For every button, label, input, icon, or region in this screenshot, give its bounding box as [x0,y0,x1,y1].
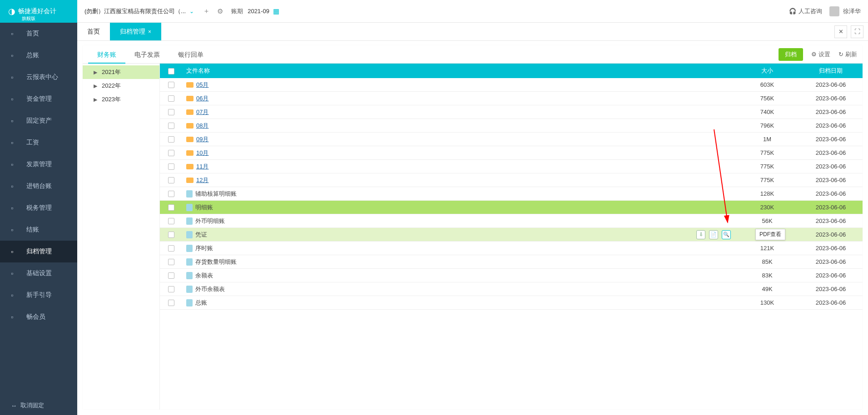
close-tab-button[interactable]: ✕ [834,25,847,38]
row-checkbox[interactable] [168,95,174,102]
close-icon: ▫ [11,226,20,233]
sidebar-item-13[interactable]: ▫畅会员 [0,306,77,328]
file-link[interactable]: 10月 [196,149,208,157]
username: 徐泽华 [843,7,861,15]
row-checkbox[interactable] [168,150,174,156]
row-checkbox[interactable] [168,204,174,211]
sidebar-item-10[interactable]: ▫归档管理 [0,241,77,262]
file-link[interactable]: 12月 [196,176,208,184]
sidebar-item-0[interactable]: ▫首页 [0,23,77,44]
settings-button[interactable]: ⚙设置 [811,50,830,59]
file-date: 2023-06-06 [799,245,863,252]
row-checkbox[interactable] [168,286,174,292]
file-link[interactable]: 06月 [196,94,208,103]
row-checkbox[interactable] [168,82,174,88]
year-node-1[interactable]: ▶2022年 [83,79,159,93]
row-checkbox[interactable] [168,300,174,306]
sub-tab-1[interactable]: 电子发票 [125,45,169,64]
archive-button[interactable]: 归档 [779,48,803,61]
file-link[interactable]: 05月 [196,81,208,89]
company-selector[interactable]: (勿删）江西服宝精品有限责任公司（... [84,7,186,15]
sidebar-item-3[interactable]: ▫资金管理 [0,88,77,110]
tab-label: 首页 [87,28,100,36]
sub-tab-0[interactable]: 财务账 [88,45,125,64]
sidebar-item-label: 云报表中心 [26,73,58,81]
file-size: 49K [735,286,799,292]
row-checkbox[interactable] [168,232,174,238]
asset-icon: ▫ [11,117,20,124]
table-row: 明细账230K2023-06-06 [160,201,863,214]
year-label: 2021年 [102,68,121,76]
sidebar-item-2[interactable]: ▫云报表中心 [0,66,77,88]
table-row: 12月775K2023-06-06 [160,173,863,187]
file-date: 2023-06-06 [799,163,863,170]
file-name: 外币余额表 [195,285,225,293]
row-checkbox[interactable] [168,191,174,197]
user-menu[interactable]: 徐泽华 [829,6,861,16]
download-action[interactable]: ⇩ [696,230,705,239]
sidebar-item-8[interactable]: ▫税务管理 [0,197,77,219]
row-checkbox[interactable] [168,109,174,115]
file-size: 740K [735,109,799,115]
sidebar-item-12[interactable]: ▫新手引导 [0,284,77,306]
row-checkbox[interactable] [168,123,174,129]
row-checkbox[interactable] [168,163,174,170]
tax-icon: ▫ [11,204,20,212]
file-icon [186,245,193,252]
add-icon[interactable]: ＋ [203,7,210,15]
pdf-action[interactable]: 📄 [709,230,718,239]
sidebar-item-7[interactable]: ▫进销台账 [0,175,77,197]
col-size: 大小 [735,67,799,75]
page-tab-1[interactable]: 归档管理× [110,23,161,40]
folder-icon [186,178,193,183]
chevron-down-icon[interactable]: ⌄ [189,8,194,15]
sidebar-item-5[interactable]: ▫工资 [0,132,77,153]
sidebar-item-11[interactable]: ▫基础设置 [0,262,77,284]
close-icon[interactable]: × [148,29,151,35]
refresh-button[interactable]: ↻刷新 [838,50,857,59]
row-checkbox[interactable] [168,245,174,252]
home-icon: ▫ [11,30,20,37]
table-row: 总账130K2023-06-06 [160,296,863,310]
calendar-icon[interactable]: ▦ [273,7,279,15]
row-checkbox[interactable] [168,177,174,183]
table-row: 11月775K2023-06-06 [160,160,863,173]
sidebar-item-4[interactable]: ▫固定资产 [0,110,77,132]
sub-tab-2[interactable]: 银行回单 [169,45,213,64]
sidebar-item-label: 资金管理 [26,95,52,103]
ledger-icon: ▫ [11,52,20,59]
file-date: 2023-06-06 [799,149,863,156]
file-icon [186,204,193,211]
file-date: 2023-06-06 [799,95,863,102]
file-date: 2023-06-06 [799,204,863,211]
file-link[interactable]: 09月 [196,135,208,143]
page-tab-0[interactable]: 首页 [77,23,110,40]
sidebar-item-6[interactable]: ▫发票管理 [0,153,77,175]
year-node-0[interactable]: ▶2021年 [83,65,159,79]
sidebar-item-1[interactable]: ▫总账 [0,44,77,66]
file-icon [186,258,193,266]
sidebar-item-9[interactable]: ▫结账 [0,219,77,241]
file-icon [186,231,193,238]
file-link[interactable]: 08月 [196,122,208,130]
table-row: 08月796K2023-06-06 [160,119,863,133]
fullscreen-button[interactable]: ⛶ [851,25,863,38]
file-link[interactable]: 11月 [196,163,208,171]
gear-icon[interactable]: ⚙ [217,7,223,15]
refresh-icon: ↻ [838,51,843,58]
row-checkbox[interactable] [168,136,174,143]
year-node-2[interactable]: ▶2023年 [83,93,159,106]
ai-consult[interactable]: 🎧 人工咨询 [789,7,822,15]
file-link[interactable]: 07月 [196,108,208,116]
select-all-checkbox[interactable] [168,68,174,74]
period-value[interactable]: 2021-09 [248,8,269,15]
row-checkbox[interactable] [168,259,174,265]
table-row: 存货数量明细账85K2023-06-06 [160,255,863,269]
unpin-sidebar[interactable]: ↔ 取消固定 [0,396,77,415]
logo-icon: ◑ [8,6,15,16]
row-checkbox[interactable] [168,272,174,279]
folder-icon [186,109,193,115]
row-checkbox[interactable] [168,218,174,224]
file-size: 121K [735,245,799,252]
view-action[interactable]: 🔍 [722,230,731,239]
